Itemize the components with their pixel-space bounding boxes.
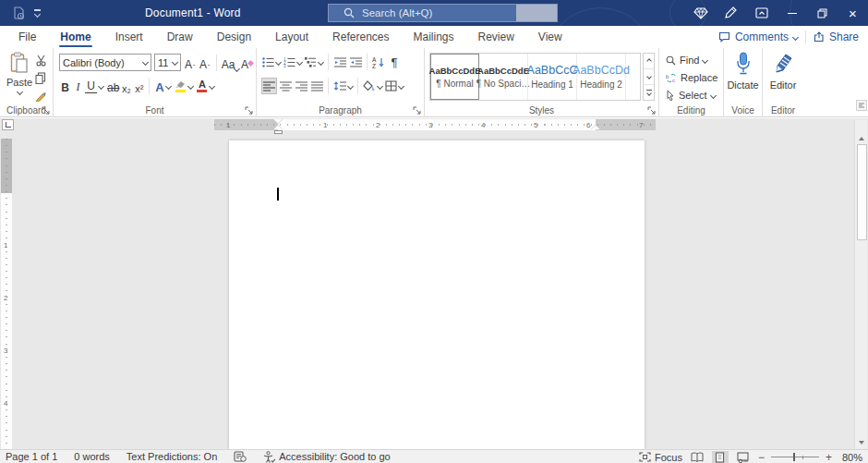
style-normal[interactable]: AaBbCcDdE ¶ Normal [430, 54, 479, 100]
align-left-button[interactable] [261, 78, 277, 94]
editor-button[interactable]: Editor [763, 52, 803, 91]
numbering-button[interactable]: 123 [283, 54, 303, 70]
tab-selector-button[interactable] [2, 119, 14, 130]
styles-scroll-up-icon[interactable] [644, 54, 654, 69]
line-spacing-button[interactable] [332, 78, 354, 94]
first-line-indent-marker[interactable] [273, 119, 283, 124]
bullets-button[interactable] [261, 54, 282, 70]
font-color-button[interactable]: A [197, 79, 207, 92]
shrink-font-button[interactable]: Aˇ [199, 55, 211, 71]
find-button[interactable]: Find [666, 53, 717, 67]
hanging-indent-marker[interactable] [273, 125, 283, 129]
shading-button[interactable] [362, 78, 383, 94]
proofing-icon[interactable] [225, 451, 255, 462]
web-layout-button[interactable] [735, 451, 752, 463]
font-dialog-launcher-icon[interactable] [245, 106, 253, 115]
accessibility-status[interactable]: Accessibility: Good to go [255, 451, 398, 463]
zoom-level[interactable]: 80% [838, 452, 862, 463]
restore-button[interactable] [807, 0, 838, 26]
change-case-button[interactable]: Aa [223, 55, 238, 71]
increase-indent-button[interactable] [348, 54, 363, 70]
vertical-scrollbar[interactable] [854, 120, 867, 449]
share-button[interactable]: Share [814, 30, 859, 43]
tab-insert[interactable]: Insert [103, 26, 155, 48]
ribbon-display-options-icon[interactable] [746, 0, 777, 26]
comments-button[interactable]: Comments [718, 30, 798, 43]
read-mode-button[interactable] [689, 451, 705, 463]
tab-file[interactable]: File [6, 26, 48, 48]
pen-mode-icon[interactable] [716, 0, 746, 26]
tab-draw[interactable]: Draw [155, 26, 205, 48]
styles-dialog-launcher-icon[interactable] [647, 106, 656, 115]
font-name-combo[interactable]: Calibri (Body) [59, 54, 151, 71]
tab-mailings[interactable]: Mailings [401, 26, 465, 48]
grow-font-button[interactable]: Aˆ [184, 55, 196, 71]
horizontal-ruler[interactable]: 1 1 2 3 4 5 6 7 [214, 119, 656, 130]
multilevel-list-button[interactable] [304, 54, 324, 70]
search-box[interactable]: Search (Alt+Q) [328, 4, 558, 22]
vertical-ruler[interactable]: 1 2 3 4 [1, 139, 12, 449]
dictate-button[interactable]: Dictate [724, 52, 762, 91]
zoom-slider-thumb[interactable] [793, 453, 796, 461]
decrease-indent-button[interactable] [332, 54, 347, 70]
left-indent-marker[interactable] [274, 130, 283, 134]
highlight-chevron-icon[interactable] [187, 82, 194, 89]
tab-home[interactable]: Home [48, 26, 102, 48]
style-heading-1[interactable]: AaBbCcC Heading 1 [528, 54, 577, 100]
print-layout-button[interactable] [712, 451, 729, 463]
paragraph-dialog-launcher-icon[interactable] [413, 106, 421, 115]
style-heading-2[interactable]: AaBbCcDd Heading 2 [577, 54, 626, 100]
close-button[interactable]: × [838, 0, 868, 26]
text-effects-chevron-icon[interactable] [165, 82, 172, 89]
scrollbar-thumb[interactable] [857, 144, 867, 240]
copy-button[interactable] [33, 71, 48, 84]
tab-layout[interactable]: Layout [263, 26, 320, 48]
zoom-in-button[interactable]: + [826, 453, 832, 462]
focus-mode-button[interactable]: Focus [639, 452, 682, 463]
font-color-chevron-icon[interactable] [209, 82, 215, 89]
scroll-up-icon[interactable] [855, 133, 868, 144]
word-count-status[interactable]: 0 words [66, 451, 118, 462]
align-right-button[interactable] [294, 78, 308, 94]
text-predictions-status[interactable]: Text Predictions: On [118, 451, 225, 462]
bold-button[interactable]: B [59, 78, 71, 94]
highlight-color-button[interactable] [175, 80, 186, 92]
italic-button[interactable]: I [72, 78, 84, 94]
superscript-button[interactable]: x² [133, 78, 145, 94]
minimize-button[interactable] [777, 0, 807, 26]
zoom-out-button[interactable]: − [758, 453, 765, 462]
customize-quick-access-toolbar-icon[interactable] [34, 9, 41, 16]
right-indent-marker[interactable] [591, 125, 600, 129]
underline-chevron-icon[interactable] [98, 82, 104, 89]
select-button[interactable]: Select [666, 88, 717, 103]
justify-button[interactable] [309, 78, 324, 94]
styles-more-icon[interactable] [644, 85, 654, 100]
text-effects-button[interactable]: A [153, 78, 165, 94]
underline-button[interactable]: U [85, 79, 97, 93]
premium-gem-icon[interactable] [685, 0, 716, 26]
show-formatting-marks-button[interactable]: ¶ [387, 54, 402, 70]
borders-button[interactable] [384, 78, 404, 94]
save-icon[interactable] [13, 6, 25, 20]
tab-design[interactable]: Design [205, 26, 263, 48]
clipboard-dialog-launcher-icon[interactable] [42, 106, 50, 115]
replace-button[interactable]: bc Replace [666, 70, 717, 85]
cut-button[interactable] [33, 54, 48, 67]
sort-button[interactable]: AZ [371, 54, 386, 70]
styles-scroll-down-icon[interactable] [644, 69, 654, 85]
scroll-down-icon[interactable] [855, 437, 868, 448]
font-size-combo[interactable]: 11 [154, 54, 181, 71]
tab-view[interactable]: View [526, 26, 574, 48]
ruler-toggle-button[interactable] [856, 100, 867, 111]
page-number-status[interactable]: Page 1 of 1 [0, 451, 66, 462]
tab-review[interactable]: Review [466, 26, 526, 48]
align-center-button[interactable] [278, 78, 293, 94]
subscript-button[interactable]: x₂ [120, 78, 132, 94]
zoom-slider[interactable] [771, 457, 819, 457]
document-page[interactable] [229, 140, 645, 449]
strikethrough-button[interactable]: ab [107, 78, 119, 94]
tab-references[interactable]: References [320, 26, 401, 48]
clear-formatting-button[interactable]: A [241, 55, 253, 71]
format-painter-button[interactable] [33, 89, 48, 102]
style-no-spacing[interactable]: AaBbCcDdE ¶ No Spaci… [479, 54, 528, 100]
